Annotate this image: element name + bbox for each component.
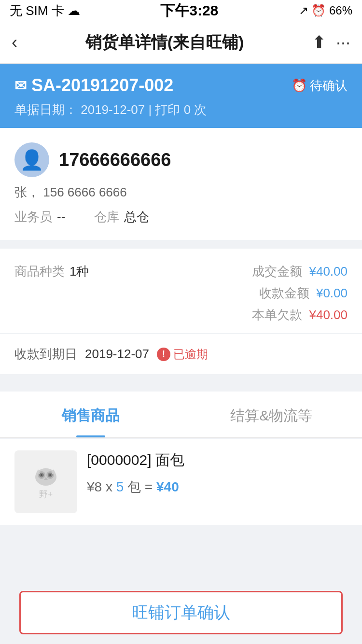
- warehouse-value: 总仓: [124, 209, 149, 225]
- order-print-info: | 打印 0 次: [148, 102, 207, 117]
- nav-right: ⬆ ···: [312, 32, 350, 53]
- nav-left: ‹: [12, 32, 17, 53]
- product-code: [0000002]: [87, 452, 151, 468]
- confirm-button-label: 旺铺订单确认: [132, 602, 230, 624]
- product-brand-label: 野+: [39, 489, 53, 500]
- status-text: 待确认: [310, 77, 348, 94]
- divider-2: [0, 374, 362, 383]
- customer-meta: 业务员 -- 仓库 总仓: [14, 209, 348, 225]
- svg-point-5: [41, 474, 42, 476]
- deal-amount: 成交金额 ¥40.00: [252, 263, 348, 280]
- product-total: ¥40: [156, 479, 179, 494]
- customer-alt-phone: 156 6666 6666: [43, 185, 127, 199]
- status-left: 无 SIM 卡 ☁: [10, 2, 80, 19]
- product-types: 商品种类 1种: [14, 263, 89, 280]
- summary-left: 商品种类 1种: [14, 263, 89, 280]
- order-date: 单据日期： 2019-12-07 | 打印 0 次: [14, 101, 348, 118]
- tab-settlement[interactable]: 结算&物流等: [181, 392, 362, 437]
- product-price: ¥8 x 5 包 = ¥40: [87, 478, 348, 496]
- product-name: [0000002] 面包: [87, 450, 348, 470]
- nav-bar: ‹ 销货单详情(来自旺铺) ⬆ ···: [0, 21, 362, 64]
- product-section: 野+ [0000002] 面包 ¥8 x 5 包 = ¥40: [0, 439, 362, 525]
- divider-1: [0, 240, 362, 249]
- overdue-text: 已逾期: [173, 347, 208, 362]
- nav-title: 销货单详情(来自旺铺): [85, 31, 244, 54]
- overdue-icon: !: [157, 348, 170, 361]
- tab-underline: [76, 435, 105, 437]
- salesperson-item: 业务员 --: [14, 209, 65, 225]
- order-icon: ✉: [14, 77, 27, 94]
- warehouse-label: 仓库: [94, 209, 119, 225]
- back-button[interactable]: ‹: [12, 32, 17, 53]
- summary-section: 商品种类 1种 成交金额 ¥40.00 收款金额 ¥0.00 本单欠款 ¥40.…: [0, 249, 362, 333]
- confirm-button[interactable]: 旺铺订单确认: [19, 591, 343, 634]
- salesperson-label: 业务员: [14, 209, 52, 225]
- status-time: 下午3:28: [160, 1, 218, 21]
- owl-svg-icon: [31, 463, 60, 488]
- status-clock-icon: ⏰: [292, 78, 307, 93]
- types-value: 1种: [70, 263, 89, 280]
- product-thumbnail: 野+: [14, 450, 77, 513]
- tab-settlement-label: 结算&物流等: [230, 407, 312, 423]
- tab-products-label: 销售商品: [62, 407, 120, 423]
- order-id-text: SA-20191207-002: [31, 75, 173, 96]
- due-date-value: 2019-12-07: [85, 347, 149, 362]
- status-bar: 无 SIM 卡 ☁ 下午3:28 ↗ ⏰ 66%: [0, 0, 362, 21]
- product-title: 面包: [155, 452, 184, 468]
- types-label: 商品种类: [14, 263, 65, 280]
- product-unit: 包: [127, 479, 141, 494]
- confirm-btn-wrapper: 旺铺订单确认: [0, 581, 362, 644]
- order-date-label: 单据日期：: [14, 102, 77, 117]
- salesperson-value: --: [57, 210, 65, 224]
- order-status: ⏰ 待确认: [292, 77, 348, 94]
- equals-sign: =: [145, 479, 156, 494]
- product-qty: 5: [116, 479, 124, 494]
- received-amount: 收款金额 ¥0.00: [252, 285, 348, 302]
- share-icon[interactable]: ⬆: [312, 32, 326, 53]
- customer-name-info: 张， 156 6666 6666: [14, 184, 348, 201]
- unit-price: ¥8: [87, 479, 102, 494]
- received-value: ¥0.00: [316, 286, 348, 301]
- order-date-value: 2019-12-07: [81, 102, 145, 117]
- order-header: ✉ SA-20191207-002 ⏰ 待确认 单据日期： 2019-12-07…: [0, 64, 362, 128]
- product-thumb-inner: 野+: [31, 463, 60, 500]
- customer-section: 👤 17666666666 张， 156 6666 6666 业务员 -- 仓库…: [0, 128, 362, 240]
- avatar: 👤: [14, 142, 49, 177]
- owed-amount: 本单欠款 ¥40.00: [252, 307, 348, 323]
- multiply-sign: x: [106, 479, 116, 494]
- owed-value: ¥40.00: [309, 308, 348, 322]
- status-icons: ↗ ⏰ 66%: [299, 4, 352, 17]
- customer-name: 张: [14, 185, 27, 199]
- customer-row: 👤 17666666666: [14, 142, 348, 177]
- tabs-section: 销售商品 结算&物流等: [0, 392, 362, 438]
- warehouse-item: 仓库 总仓: [94, 209, 149, 225]
- customer-phone: 17666666666: [59, 150, 171, 170]
- svg-point-6: [49, 474, 51, 476]
- overdue-badge: ! 已逾期: [157, 347, 208, 362]
- more-icon[interactable]: ···: [336, 32, 350, 53]
- product-item: 野+ [0000002] 面包 ¥8 x 5 包 = ¥40: [14, 450, 348, 513]
- due-section: 收款到期日 2019-12-07 ! 已逾期: [0, 334, 362, 374]
- received-label: 收款金额: [259, 285, 309, 302]
- order-id: ✉ SA-20191207-002: [14, 75, 173, 96]
- deal-amount-value: ¥40.00: [309, 264, 348, 279]
- due-label: 收款到期日: [14, 346, 77, 363]
- sim-status: 无 SIM 卡 ☁: [10, 2, 80, 19]
- owed-label: 本单欠款: [252, 307, 302, 323]
- status-right: ↗ ⏰ 66%: [299, 4, 352, 17]
- summary-right: 成交金额 ¥40.00 收款金额 ¥0.00 本单欠款 ¥40.00: [252, 263, 348, 323]
- deal-amount-label: 成交金额: [252, 263, 302, 280]
- tab-products[interactable]: 销售商品: [0, 392, 181, 437]
- product-info: [0000002] 面包 ¥8 x 5 包 = ¥40: [87, 450, 348, 496]
- avatar-icon: 👤: [20, 149, 44, 171]
